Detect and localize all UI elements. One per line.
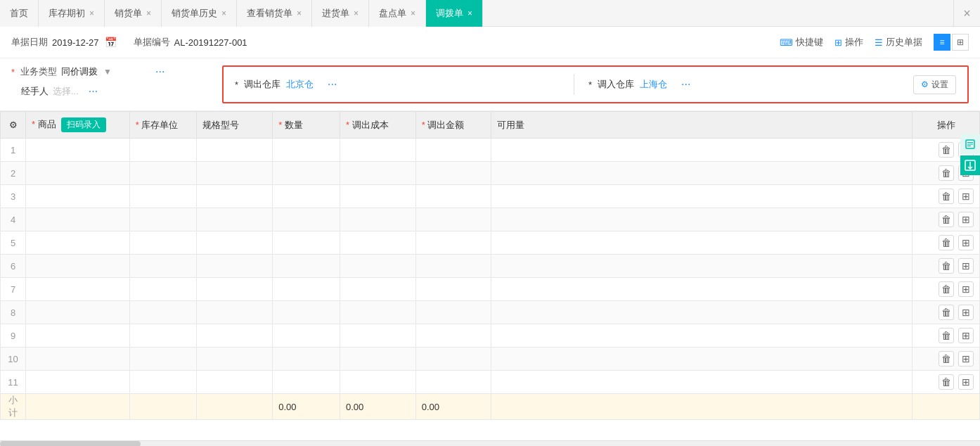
row-spec-7[interactable] [197,278,273,301]
copy-row-btn-4[interactable]: ⊞ [958,212,974,227]
row-product-4[interactable] [26,208,130,231]
row-unit-2[interactable] [129,162,197,185]
row-cost-4[interactable] [340,208,415,231]
row-product-6[interactable] [26,255,130,278]
copy-row-btn[interactable]: ⊞ [958,374,974,390]
row-available-7[interactable] [491,278,913,301]
row-amount-8[interactable] [415,301,491,324]
row-spec-11[interactable] [197,371,273,394]
row-amount-7[interactable] [415,278,491,301]
row-amount-11[interactable] [415,371,491,394]
row-unit-10[interactable] [129,348,197,371]
row-qty-9[interactable] [273,324,340,348]
row-qty-5[interactable] [273,231,340,255]
row-cost-11[interactable] [340,371,415,394]
delete-row-btn-9[interactable]: 🗑 [939,328,954,343]
row-unit-11[interactable] [129,371,197,394]
right-panel-notes-btn[interactable] [960,134,980,154]
copy-row-btn-8[interactable]: ⊞ [958,305,974,320]
row-available-4[interactable] [491,208,913,231]
row-unit-8[interactable] [129,301,197,324]
row-unit-9[interactable] [129,324,197,348]
copy-row-btn-6[interactable]: ⊞ [958,258,974,274]
tab-close-transfer[interactable]: × [468,8,472,18]
tab-close-purchase-order[interactable]: × [354,8,359,18]
row-amount-3[interactable] [415,185,491,208]
copy-row-btn-9[interactable]: ⊞ [958,328,974,343]
row-product-5[interactable] [26,231,130,255]
more-options-icon[interactable]: ··· [155,65,165,78]
history-action[interactable]: ☰ 历史单据 [875,36,922,49]
row-spec-4[interactable] [197,208,273,231]
tab-close-view-sales[interactable]: × [297,8,302,18]
scan-entry-button[interactable]: 扫码录入 [61,117,106,132]
row-cost-8[interactable] [340,301,415,324]
row-cost-10[interactable] [340,348,415,371]
row-spec-5[interactable] [197,231,273,255]
window-close-button[interactable]: × [953,0,980,27]
row-available-5[interactable] [491,231,913,255]
row-spec-1[interactable] [197,139,273,162]
row-amount-9[interactable] [415,324,491,348]
row-cost-3[interactable] [340,185,415,208]
tab-close-sales-history[interactable]: × [221,8,226,18]
row-available-10[interactable] [491,348,913,371]
delete-row-btn-3[interactable]: 🗑 [939,189,954,204]
horizontal-scrollbar[interactable] [0,440,980,446]
row-spec-2[interactable] [197,162,273,185]
tab-home[interactable]: 首页 [0,0,39,27]
row-product-9[interactable] [26,324,130,348]
tab-inventory-init[interactable]: 库存期初 × [39,0,105,27]
calendar-icon[interactable]: 📅 [105,37,117,48]
row-spec-3[interactable] [197,185,273,208]
col-settings[interactable]: ⚙ [1,112,26,139]
row-cost-5[interactable] [340,231,415,255]
tab-view-sales[interactable]: 查看销货单 × [237,0,312,27]
delete-row-btn-8[interactable]: 🗑 [939,305,954,320]
row-amount-2[interactable] [415,162,491,185]
row-unit-5[interactable] [129,231,197,255]
right-panel-export-btn[interactable] [960,155,980,175]
row-spec-8[interactable] [197,301,273,324]
row-unit-3[interactable] [129,185,197,208]
copy-row-btn-3[interactable]: ⊞ [958,189,974,204]
row-available-6[interactable] [491,255,913,278]
copy-row-btn-5[interactable]: ⊞ [958,235,974,250]
row-unit-6[interactable] [129,255,197,278]
row-unit-7[interactable] [129,278,197,301]
row-product-8[interactable] [26,301,130,324]
delete-row-btn-5[interactable]: 🗑 [939,235,954,250]
tab-sales-history[interactable]: 销货单历史 × [162,0,237,27]
handler-input[interactable]: 选择... [53,85,79,98]
business-type-select[interactable]: 同价调拨 ▼ [61,65,146,78]
row-spec-6[interactable] [197,255,273,278]
settings-button[interactable]: ⚙ 设置 [913,75,956,94]
row-available-9[interactable] [491,324,913,348]
delete-row-btn-7[interactable]: 🗑 [939,281,954,297]
row-cost-7[interactable] [340,278,415,301]
row-spec-9[interactable] [197,324,273,348]
delete-row-btn[interactable]: 🗑 [939,374,954,390]
row-qty-4[interactable] [273,208,340,231]
tab-inventory-check[interactable]: 盘点单 × [369,0,426,27]
row-available-3[interactable] [491,185,913,208]
row-qty-10[interactable] [273,348,340,371]
warehouse-out-value[interactable]: 北京仓 [286,78,314,91]
row-amount-1[interactable] [415,139,491,162]
row-product-10[interactable] [26,348,130,371]
row-qty-11[interactable] [273,371,340,394]
row-cost-2[interactable] [340,162,415,185]
row-cost-6[interactable] [340,255,415,278]
row-qty-2[interactable] [273,162,340,185]
row-product-2[interactable] [26,162,130,185]
warehouse-in-more-icon[interactable]: ··· [681,78,690,91]
row-product-1[interactable] [26,139,130,162]
scrollbar-thumb[interactable] [0,441,141,446]
row-unit-4[interactable] [129,208,197,231]
operations-action[interactable]: ⊞ 操作 [834,36,863,49]
delete-row-btn-2[interactable]: 🗑 [939,165,954,181]
delete-row-btn-10[interactable]: 🗑 [939,351,954,367]
row-cost-1[interactable] [340,139,415,162]
row-available-8[interactable] [491,301,913,324]
tab-sales-order[interactable]: 销货单 × [105,0,162,27]
